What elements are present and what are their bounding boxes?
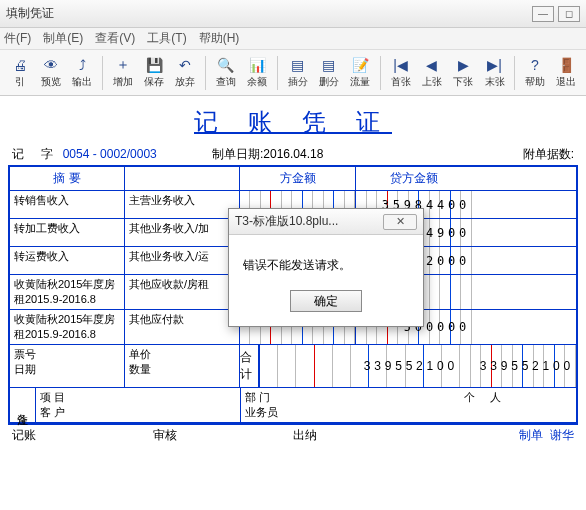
debit-total: 339552100 <box>259 345 460 387</box>
date-value: 2016.04.18 <box>263 147 323 161</box>
minimize-button[interactable]: — <box>532 6 554 22</box>
toolbar-删分[interactable]: ▤删分 <box>314 53 343 93</box>
tally-mid: 单价 数量 <box>125 345 240 387</box>
toolbar-icon: ↶ <box>176 56 194 74</box>
header-subject <box>125 167 240 190</box>
toolbar-增加[interactable]: ＋增加 <box>108 53 137 93</box>
ticket-label: 票号 <box>14 347 120 362</box>
meta-row: 记 字 0054 - 0002/0003 制单日期:2016.04.18 附单据… <box>6 144 580 165</box>
toolbar-icon: 🚪 <box>557 56 575 74</box>
header-credit: 贷方金额 <box>356 167 472 190</box>
toolbar-流量[interactable]: 📝流量 <box>346 53 375 93</box>
ji-label: 记 <box>12 147 24 161</box>
dept-label: 部 门 <box>245 390 456 405</box>
toolbar-放弃[interactable]: ↶放弃 <box>171 53 200 93</box>
grid-header: 摘 要 方金额 贷方金额 <box>10 167 576 191</box>
toolbar-查询[interactable]: 🔍查询 <box>211 53 240 93</box>
toolbar: 🖨引👁预览⤴输出＋增加💾保存↶放弃🔍查询📊余额▤插分▤删分📝流量|◀首张◀上张▶… <box>0 50 586 96</box>
foot-col2: 部 门 业务员 <box>240 388 460 422</box>
toolbar-icon: ＋ <box>114 56 132 74</box>
toolbar-余额[interactable]: 📊余额 <box>242 53 271 93</box>
cell-summary[interactable]: 收黄陆秋2015年度房租2015.9-2016.8 <box>10 310 125 344</box>
project-label: 项 目 <box>40 390 236 405</box>
toolbar-label: 插分 <box>288 75 308 89</box>
sig-name: 谢华 <box>550 428 574 442</box>
toolbar-icon: 🔍 <box>217 56 235 74</box>
price-label: 单价 <box>129 347 235 362</box>
toolbar-上张[interactable]: ◀上张 <box>417 53 446 93</box>
sig-sh: 审核 <box>153 427 294 444</box>
toolbar-label: 帮助 <box>525 75 545 89</box>
dialog-close-button[interactable]: ✕ <box>383 214 417 230</box>
toolbar-icon: 👁 <box>42 56 60 74</box>
dialog-title: T3-标准版10.8plu... <box>235 213 383 230</box>
toolbar-输出[interactable]: ⤴输出 <box>68 53 97 93</box>
toolbar-icon: ? <box>526 56 544 74</box>
toolbar-插分[interactable]: ▤插分 <box>283 53 312 93</box>
person-label: 个 人 <box>464 390 572 405</box>
toolbar-icon: ▶ <box>454 56 472 74</box>
header-debit: 方金额 <box>240 167 356 190</box>
cell-subject[interactable]: 其他业务收入/运 <box>125 247 240 274</box>
cell-summary[interactable]: 转加工费收入 <box>10 219 125 246</box>
cell-subject[interactable]: 其他应收款/房租 <box>125 275 240 309</box>
dialog-ok-button[interactable]: 确定 <box>290 290 362 312</box>
toolbar-末张[interactable]: ▶|末张 <box>480 53 509 93</box>
menu-view[interactable]: 查看(V) <box>95 30 135 47</box>
cell-subject[interactable]: 主营业务收入 <box>125 191 240 218</box>
voucher-title: 记 账 凭 证 <box>6 106 580 138</box>
menu-help[interactable]: 帮助(H) <box>199 30 240 47</box>
toolbar-label: 余额 <box>247 75 267 89</box>
toolbar-保存[interactable]: 💾保存 <box>139 53 168 93</box>
seq-value: 0054 - 0002/0003 <box>63 147 157 161</box>
toolbar-icon: 💾 <box>145 56 163 74</box>
toolbar-icon: ⤴ <box>73 56 91 74</box>
salesman-label: 业务员 <box>245 405 456 420</box>
attach-label: 附单据数: <box>523 146 574 163</box>
dialog-message: 错误不能发送请求。 <box>229 235 423 290</box>
toolbar-icon: 🖨 <box>11 56 29 74</box>
toolbar-label: 退出 <box>556 75 576 89</box>
date-label2: 日期 <box>14 362 120 377</box>
window-titlebar: 填制凭证 — ◻ <box>0 0 586 28</box>
toolbar-label: 引 <box>15 75 25 89</box>
toolbar-label: 查询 <box>216 75 236 89</box>
sig-zd: 制单 <box>519 428 543 442</box>
toolbar-label: 增加 <box>113 75 133 89</box>
toolbar-label: 删分 <box>319 75 339 89</box>
menu-file[interactable]: 件(F) <box>4 30 31 47</box>
menu-tools[interactable]: 工具(T) <box>147 30 186 47</box>
toolbar-icon: ▤ <box>320 56 338 74</box>
cell-subject[interactable]: 其他应付款 <box>125 310 240 344</box>
toolbar-预览[interactable]: 👁预览 <box>36 53 65 93</box>
foot-col3: 个 人 <box>460 388 576 422</box>
toolbar-icon: ◀ <box>423 56 441 74</box>
toolbar-label: 上张 <box>422 75 442 89</box>
maximize-button[interactable]: ◻ <box>558 6 580 22</box>
window-title: 填制凭证 <box>6 5 528 22</box>
header-summary: 摘 要 <box>10 167 125 190</box>
toolbar-首张[interactable]: |◀首张 <box>386 53 415 93</box>
cell-summary[interactable]: 转销售收入 <box>10 191 125 218</box>
toolbar-引[interactable]: 🖨引 <box>5 53 34 93</box>
zi-label: 字 <box>41 147 53 161</box>
toolbar-icon: 📝 <box>351 56 369 74</box>
toolbar-下张[interactable]: ▶下张 <box>449 53 478 93</box>
toolbar-label: 末张 <box>485 75 505 89</box>
cell-summary[interactable]: 转运费收入 <box>10 247 125 274</box>
menu-edit[interactable]: 制单(E) <box>43 30 83 47</box>
tally-row: 票号 日期 单价 数量 合 计 339552100 339552100 <box>10 345 576 388</box>
toolbar-label: 首张 <box>391 75 411 89</box>
cell-subject[interactable]: 其他业务收入/加 <box>125 219 240 246</box>
beizhu-label: 备注 <box>10 388 36 422</box>
toolbar-帮助[interactable]: ?帮助 <box>520 53 549 93</box>
foot-row: 备注 项 目 客 户 部 门 业务员 个 人 <box>10 388 576 423</box>
toolbar-退出[interactable]: 🚪退出 <box>552 53 581 93</box>
toolbar-label: 保存 <box>144 75 164 89</box>
sig-jz: 记账 <box>12 427 153 444</box>
menu-bar: 件(F) 制单(E) 查看(V) 工具(T) 帮助(H) <box>0 28 586 50</box>
toolbar-label: 下张 <box>453 75 473 89</box>
cell-summary[interactable]: 收黄陆秋2015年度房租2015.9-2016.8 <box>10 275 125 309</box>
date-label: 制单日期: <box>212 147 263 161</box>
signature-row: 记账 审核 出纳 制单 谢华 <box>6 425 580 446</box>
